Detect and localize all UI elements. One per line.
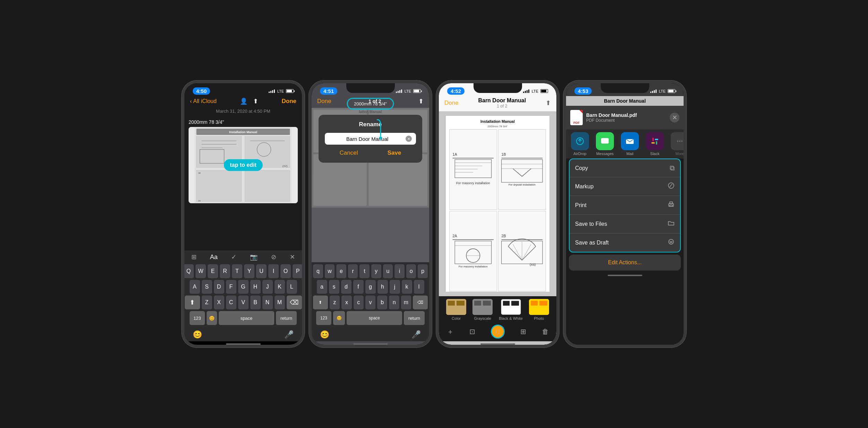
phone-3-share-icon[interactable]: ⬆: [546, 99, 551, 107]
key-m2[interactable]: m: [401, 296, 411, 309]
crop-btn[interactable]: ⊡: [469, 327, 475, 336]
share-app-messages[interactable]: Messages: [592, 132, 617, 156]
person-icon[interactable]: 👤: [240, 97, 248, 105]
key-o2[interactable]: o: [406, 264, 416, 278]
key-v2[interactable]: v: [365, 296, 375, 309]
key-t[interactable]: T: [232, 264, 242, 278]
key-l2[interactable]: l: [414, 280, 424, 294]
key-j[interactable]: J: [262, 280, 273, 294]
phone-3-done-btn[interactable]: Done: [444, 100, 459, 106]
key-v[interactable]: V: [238, 296, 249, 309]
checkmark-icon[interactable]: ✓: [231, 253, 236, 261]
table-icon[interactable]: ⊞: [191, 253, 197, 261]
key-u2[interactable]: u: [383, 264, 393, 278]
action-print[interactable]: Print: [570, 196, 680, 215]
share-app-airdrop[interactable]: AirDrop: [567, 132, 592, 156]
key-y[interactable]: Y: [244, 264, 254, 278]
filter-grayscale[interactable]: Grayscale: [472, 299, 493, 320]
key-g[interactable]: G: [238, 280, 249, 294]
share-app-mail[interactable]: Mail: [617, 132, 642, 156]
close-icon[interactable]: ✕: [290, 253, 295, 261]
add-btn[interactable]: ＋: [447, 327, 454, 336]
shift-key-2[interactable]: ⬆: [313, 296, 328, 309]
key-p2[interactable]: p: [418, 264, 428, 278]
edit-actions-button[interactable]: Edit Actions...: [569, 255, 681, 271]
share-app-slack[interactable]: Slack: [642, 132, 667, 156]
trash-btn[interactable]: 🗑: [542, 328, 549, 336]
key-z2[interactable]: z: [330, 296, 340, 309]
key-x2[interactable]: x: [341, 296, 351, 309]
resize-btn[interactable]: ⊞: [520, 327, 526, 336]
filter-bw[interactable]: Black & White: [499, 299, 522, 320]
action-save-to-files[interactable]: Save to Files: [570, 215, 680, 233]
key-c2[interactable]: c: [354, 296, 364, 309]
key-x[interactable]: X: [214, 296, 224, 309]
space-key[interactable]: space: [219, 311, 274, 325]
key-j2[interactable]: j: [390, 280, 400, 294]
share-app-more[interactable]: More: [667, 132, 684, 156]
key-q[interactable]: Q: [184, 264, 194, 278]
filter-active-btn[interactable]: ⬡: [491, 325, 505, 339]
markup-icon[interactable]: ⊘: [271, 253, 276, 261]
key-h[interactable]: H: [250, 280, 261, 294]
key-p[interactable]: P: [293, 264, 302, 278]
key-d2[interactable]: d: [341, 280, 351, 294]
key-y2[interactable]: y: [371, 264, 381, 278]
key-f[interactable]: F: [226, 280, 236, 294]
key-n[interactable]: N: [262, 296, 273, 309]
emoji-bottom-icon[interactable]: 😊: [193, 330, 202, 339]
key-s2[interactable]: s: [329, 280, 339, 294]
key-e2[interactable]: e: [336, 264, 346, 278]
return-key-2[interactable]: return: [404, 311, 425, 325]
key-l[interactable]: L: [287, 280, 297, 294]
key-q2[interactable]: q: [313, 264, 323, 278]
key-n2[interactable]: n: [389, 296, 399, 309]
action-save-as-draft[interactable]: Save as Draft W: [570, 233, 680, 252]
key-d[interactable]: D: [214, 280, 224, 294]
key-c[interactable]: C: [226, 296, 236, 309]
key-m[interactable]: M: [275, 296, 285, 309]
key-k2[interactable]: k: [402, 280, 412, 294]
mic-icon[interactable]: 🎤: [284, 330, 294, 339]
tap-to-edit-badge[interactable]: tap to edit: [224, 159, 262, 171]
key-z[interactable]: Z: [202, 296, 212, 309]
key-a2[interactable]: a: [317, 280, 327, 294]
filter-color[interactable]: Color: [446, 299, 466, 320]
rename-save-button[interactable]: Save: [388, 149, 401, 156]
back-button[interactable]: ‹ All iCloud: [190, 98, 217, 104]
num-key-2[interactable]: 123: [316, 311, 331, 325]
text-icon[interactable]: Aa: [210, 254, 218, 261]
camera-icon[interactable]: 📷: [250, 253, 258, 261]
share-icon[interactable]: ⬆: [253, 97, 258, 105]
emoji-key[interactable]: 😊: [207, 311, 217, 325]
phone-2-share-icon[interactable]: ⬆: [418, 97, 424, 105]
delete-key-2[interactable]: ⌫: [413, 296, 428, 309]
rename-cancel-button[interactable]: Cancel: [340, 149, 358, 156]
shift-key[interactable]: ⬆: [185, 296, 200, 309]
key-a[interactable]: A: [190, 280, 200, 294]
delete-key[interactable]: ⌫: [287, 296, 302, 309]
key-s[interactable]: S: [202, 280, 212, 294]
action-copy[interactable]: Copy ⧉: [570, 159, 680, 177]
rename-clear-button[interactable]: ✕: [406, 136, 412, 142]
key-t2[interactable]: t: [359, 264, 370, 278]
done-button[interactable]: Done: [281, 98, 296, 105]
num-key[interactable]: 123: [190, 311, 205, 325]
filter-photo[interactable]: Photo: [529, 299, 549, 320]
key-g2[interactable]: g: [365, 280, 376, 294]
emoji-bottom-icon-2[interactable]: 😊: [320, 330, 329, 339]
key-e[interactable]: E: [208, 264, 218, 278]
share-close-button[interactable]: ✕: [670, 113, 679, 122]
key-i[interactable]: I: [268, 264, 279, 278]
key-k[interactable]: K: [275, 280, 285, 294]
key-b2[interactable]: b: [377, 296, 387, 309]
return-key[interactable]: return: [276, 311, 297, 325]
mic-icon-2[interactable]: 🎤: [411, 330, 421, 339]
emoji-key-2[interactable]: 😊: [333, 311, 345, 325]
phone-2-done-btn[interactable]: Done: [317, 98, 331, 105]
key-f2[interactable]: f: [353, 280, 364, 294]
key-u[interactable]: U: [256, 264, 267, 278]
key-r[interactable]: R: [220, 264, 230, 278]
key-w2[interactable]: w: [325, 264, 335, 278]
key-r2[interactable]: r: [348, 264, 358, 278]
